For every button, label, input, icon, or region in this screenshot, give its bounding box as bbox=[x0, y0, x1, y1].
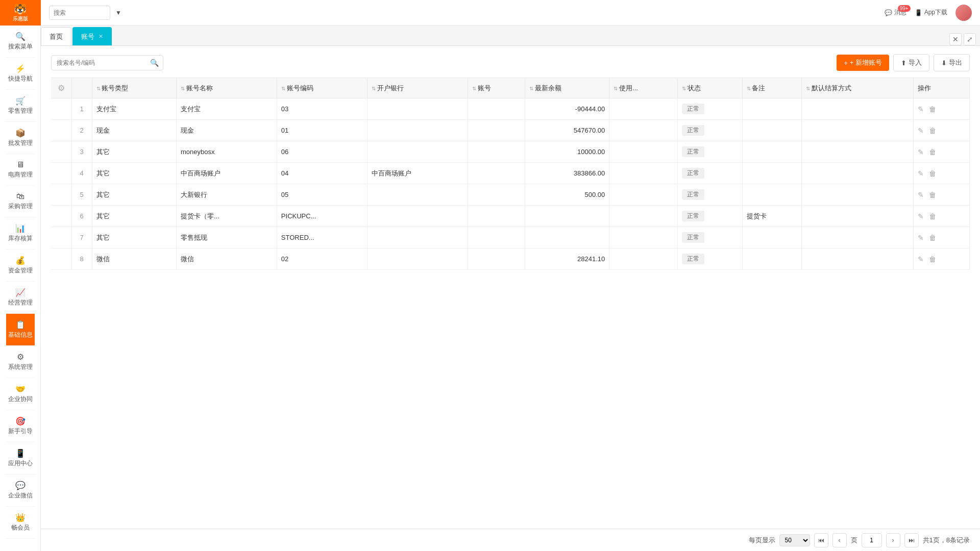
sidebar-item-newbie-guide[interactable]: 🎯新手引导 bbox=[6, 410, 35, 442]
page-number-input[interactable] bbox=[862, 533, 882, 547]
col-action: ✎ 🗑 bbox=[914, 248, 970, 270]
tab-close-icon[interactable]: ✕ bbox=[99, 33, 103, 40]
topbar-right: 💬 消息 99+ 📱 App下载 bbox=[885, 5, 972, 21]
tab-account[interactable]: 账号✕ bbox=[72, 27, 112, 45]
edit-icon[interactable]: ✎ bbox=[918, 212, 924, 220]
sidebar-item-label: 搜索菜单 bbox=[8, 43, 33, 50]
sidebar-item-system-mgmt[interactable]: ⚙系统管理 bbox=[6, 346, 35, 378]
edit-icon[interactable]: ✎ bbox=[918, 255, 924, 263]
tab-maximize-button[interactable]: ⤢ bbox=[964, 33, 976, 45]
table-settings-icon[interactable]: ⚙ bbox=[58, 84, 65, 92]
col-header-account[interactable]: ⇅ 账号 bbox=[468, 78, 525, 98]
status-badge: 正常 bbox=[682, 104, 704, 114]
per-page-select[interactable]: 50 100 200 bbox=[779, 534, 810, 546]
delete-icon[interactable]: 🗑 bbox=[929, 169, 936, 178]
col-code: 04 bbox=[277, 163, 368, 184]
col-default-payment bbox=[801, 98, 913, 120]
sidebar-item-inventory[interactable]: 📊库存核算 bbox=[6, 217, 35, 249]
next-page-button[interactable]: › bbox=[886, 533, 900, 547]
sidebar-item-enterprise-agreement[interactable]: 🤝企业协同 bbox=[6, 378, 35, 410]
col-num: 2 bbox=[71, 120, 92, 141]
sort-icon: ⇅ bbox=[281, 86, 287, 91]
import-button[interactable]: ⬆ 导入 bbox=[893, 54, 929, 71]
col-num: 4 bbox=[71, 163, 92, 184]
sidebar-item-capital-mgmt[interactable]: 💰资金管理 bbox=[6, 249, 35, 282]
delete-icon[interactable]: 🗑 bbox=[929, 105, 936, 113]
sidebar-item-enterprise-wechat[interactable]: 💬企业微信 bbox=[6, 474, 35, 507]
sidebar-item-quick-nav[interactable]: ⚡快捷导航 bbox=[6, 58, 35, 90]
search-button[interactable]: 🔍 bbox=[146, 56, 163, 70]
sidebar-item-ecommerce-mgmt[interactable]: 🖥电商管理 bbox=[6, 154, 35, 186]
col-type: 其它 bbox=[92, 184, 176, 206]
app-download-button[interactable]: 📱 App下载 bbox=[915, 8, 947, 17]
col-code: STORED... bbox=[277, 227, 368, 248]
sidebar-item-vip-member[interactable]: 👑畅会员 bbox=[6, 507, 35, 539]
table-row: 1 支付宝 支付宝 03 -90444.00 正常 ✎ 🗑 bbox=[51, 98, 970, 120]
delete-icon[interactable]: 🗑 bbox=[929, 148, 936, 156]
user-avatar[interactable] bbox=[955, 5, 972, 21]
app-center-icon: 📱 bbox=[8, 448, 33, 458]
col-type: 支付宝 bbox=[92, 98, 176, 120]
delete-icon[interactable]: 🗑 bbox=[929, 234, 936, 242]
table-row: 6 其它 提货卡（零... PICKUPC... 正常 提货卡 ✎ 🗑 bbox=[51, 206, 970, 227]
topbar-search-input[interactable] bbox=[49, 6, 110, 20]
delete-icon[interactable]: 🗑 bbox=[929, 212, 936, 220]
sidebar-item-operations-mgmt[interactable]: 📈经营管理 bbox=[6, 282, 35, 314]
col-default-payment bbox=[801, 184, 913, 206]
delete-icon[interactable]: 🗑 bbox=[929, 127, 936, 135]
sidebar-item-retail-mgmt[interactable]: 🛒零售管理 bbox=[6, 90, 35, 122]
action-buttons: + + 新增账号 ⬆ 导入 ⬇ 导出 bbox=[837, 54, 970, 71]
col-default-payment bbox=[801, 120, 913, 141]
table-row: 2 现金 现金 01 547670.00 正常 ✎ 🗑 bbox=[51, 120, 970, 141]
col-header-usage[interactable]: ⇅ 使用... bbox=[609, 78, 678, 98]
prev-page-button[interactable]: ‹ bbox=[832, 533, 847, 547]
edit-icon[interactable]: ✎ bbox=[918, 191, 924, 199]
col-header-name[interactable]: ⇅ 账号名称 bbox=[176, 78, 277, 98]
col-header-status[interactable]: ⇅ 状态 bbox=[678, 78, 742, 98]
col-name: 中百商场账户 bbox=[176, 163, 277, 184]
accounts-table: ⚙⇅ 账号类型⇅ 账号名称⇅ 账号编码⇅ 开户银行⇅ 账号⇅ 最新余额⇅ 使用.… bbox=[51, 78, 970, 270]
col-num: 7 bbox=[71, 227, 92, 248]
add-icon: + bbox=[844, 59, 848, 67]
col-header-code[interactable]: ⇅ 账号编码 bbox=[277, 78, 368, 98]
edit-icon[interactable]: ✎ bbox=[918, 105, 924, 113]
edit-icon[interactable]: ✎ bbox=[918, 169, 924, 178]
edit-icon[interactable]: ✎ bbox=[918, 148, 924, 156]
col-code: 01 bbox=[277, 120, 368, 141]
sidebar-item-purchase-mgmt[interactable]: 🛍采购管理 bbox=[6, 186, 35, 217]
topbar-dropdown[interactable]: ▼ bbox=[115, 9, 121, 16]
add-account-button[interactable]: + + 新增账号 bbox=[837, 55, 889, 71]
export-button[interactable]: ⬇ 导出 bbox=[934, 54, 970, 71]
tab-close-all-button[interactable]: ✕ bbox=[949, 33, 962, 45]
sidebar-item-search-menu[interactable]: 🔍搜索菜单 bbox=[6, 26, 35, 58]
col-usage bbox=[609, 120, 678, 141]
sidebar-item-wholesale-mgmt[interactable]: 📦批发管理 bbox=[6, 122, 35, 154]
col-name: moneybosx bbox=[176, 141, 277, 163]
edit-icon[interactable]: ✎ bbox=[918, 127, 924, 135]
edit-icon[interactable]: ✎ bbox=[918, 234, 924, 242]
delete-icon[interactable]: 🗑 bbox=[929, 191, 936, 199]
col-header-remark[interactable]: ⇅ 备注 bbox=[742, 78, 801, 98]
delete-icon[interactable]: 🗑 bbox=[929, 255, 936, 263]
col-header-balance[interactable]: ⇅ 最新余额 bbox=[525, 78, 609, 98]
last-page-button[interactable]: ⏭ bbox=[904, 533, 919, 547]
messages-button[interactable]: 💬 消息 99+ bbox=[885, 8, 906, 17]
col-usage bbox=[609, 206, 678, 227]
col-header-bank[interactable]: ⇅ 开户银行 bbox=[368, 78, 468, 98]
col-header-type[interactable]: ⇅ 账号类型 bbox=[92, 78, 176, 98]
col-usage bbox=[609, 184, 678, 206]
col-type: 现金 bbox=[92, 120, 176, 141]
col-balance: 547670.00 bbox=[525, 120, 609, 141]
sidebar-item-basic-info[interactable]: 📋基础信息 bbox=[6, 314, 35, 346]
tab-home[interactable]: 首页 bbox=[41, 27, 71, 45]
status-badge: 正常 bbox=[682, 168, 704, 179]
first-page-button[interactable]: ⏮ bbox=[814, 533, 828, 547]
col-header-default_payment[interactable]: ⇅ 默认结算方式 bbox=[801, 78, 913, 98]
search-input[interactable] bbox=[52, 56, 146, 69]
inventory-icon: 📊 bbox=[8, 223, 33, 233]
sidebar-item-label: 企业微信 bbox=[8, 492, 33, 499]
sort-icon: ⇅ bbox=[372, 86, 377, 91]
col-balance: 10000.00 bbox=[525, 141, 609, 163]
col-bank bbox=[368, 98, 468, 120]
sidebar-item-app-center[interactable]: 📱应用中心 bbox=[6, 442, 35, 474]
